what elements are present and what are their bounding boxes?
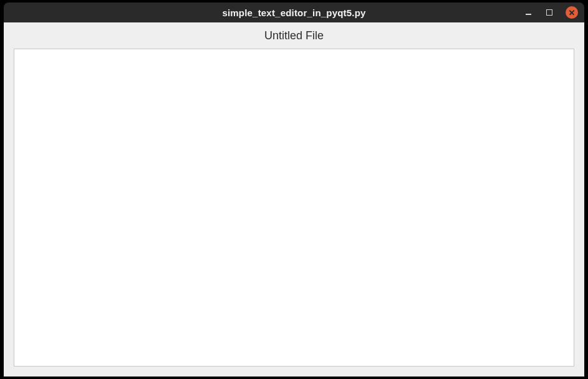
- maximize-button[interactable]: [544, 7, 554, 17]
- client-area: Untitled File: [4, 22, 584, 377]
- file-title-label: Untitled File: [14, 22, 574, 49]
- text-editor-area[interactable]: [14, 49, 574, 366]
- window-controls: [523, 2, 578, 22]
- minimize-button[interactable]: [523, 7, 533, 17]
- application-window: simple_text_editor_in_pyqt5.py Untitled …: [4, 2, 584, 377]
- window-title: simple_text_editor_in_pyqt5.py: [4, 7, 584, 18]
- close-button[interactable]: [566, 6, 578, 19]
- titlebar[interactable]: simple_text_editor_in_pyqt5.py: [4, 2, 584, 22]
- text-editor-frame: [14, 49, 574, 367]
